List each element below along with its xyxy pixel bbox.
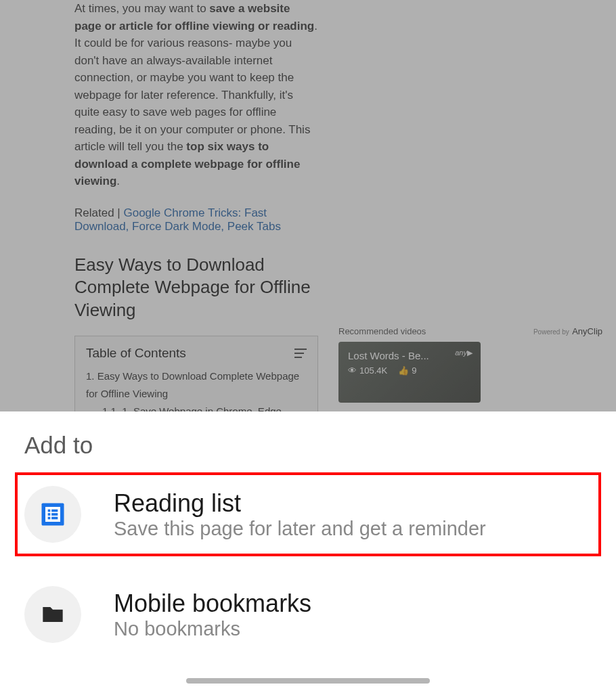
add-to-sheet: Add to Reading list Save this page for l… <box>0 411 616 693</box>
option-title: Mobile bookmarks <box>114 589 311 618</box>
option-mobile-bookmarks[interactable]: Mobile bookmarks No bookmarks <box>0 575 616 654</box>
svg-rect-6 <box>48 517 51 520</box>
svg-rect-2 <box>48 510 51 512</box>
option-subtitle: Save this page for later and get a remin… <box>114 518 486 540</box>
option-title: Reading list <box>114 489 486 518</box>
svg-rect-4 <box>48 513 51 516</box>
svg-rect-5 <box>51 513 58 516</box>
option-reading-list[interactable]: Reading list Save this page for later an… <box>15 472 601 556</box>
option-subtitle: No bookmarks <box>114 618 311 640</box>
sheet-title: Add to <box>0 432 616 472</box>
svg-rect-3 <box>51 510 58 512</box>
svg-rect-7 <box>51 517 58 520</box>
modal-overlay[interactable] <box>0 0 616 411</box>
home-indicator[interactable] <box>186 678 430 684</box>
reading-list-icon <box>24 486 81 543</box>
folder-icon <box>24 586 81 643</box>
